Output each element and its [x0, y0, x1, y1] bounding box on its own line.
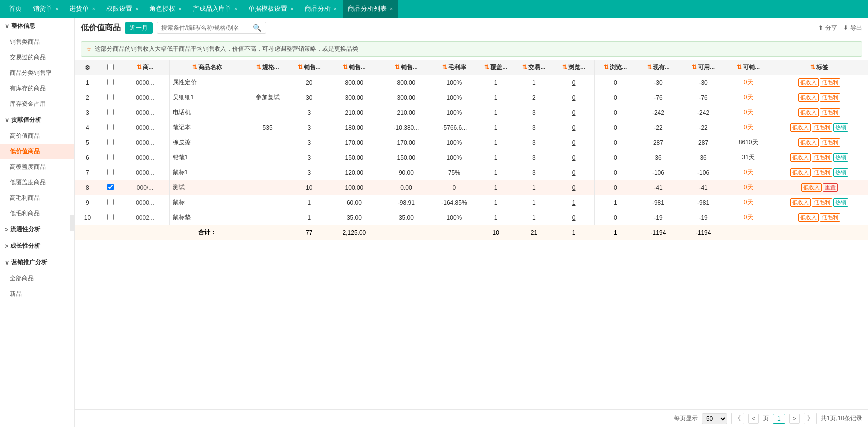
nav-item-销货单[interactable]: 销货单×	[28, 0, 63, 18]
nav-item-权限设置[interactable]: 权限设置×	[101, 0, 143, 18]
sidebar-item-商品分类销售率[interactable]: 商品分类销售率	[0, 65, 74, 81]
row-browse1[interactable]: 0	[553, 105, 595, 120]
row-select[interactable]	[107, 139, 114, 145]
sidebar-group-贡献值分析[interactable]: ∨贡献值分析	[0, 112, 74, 128]
search-icon[interactable]: 🔍	[253, 24, 261, 32]
row-checkbox[interactable]	[100, 195, 121, 210]
close-icon[interactable]: ×	[178, 6, 181, 12]
row-browse1[interactable]: 0	[553, 120, 595, 135]
row-select[interactable]	[107, 79, 114, 85]
sort-icon[interactable]: ⇅	[192, 64, 197, 71]
nav-item-产成品入库单[interactable]: 产成品入库单×	[188, 0, 242, 18]
sidebar-item-高覆盖度商品[interactable]: 高覆盖度商品	[0, 159, 74, 175]
close-icon[interactable]: ×	[92, 6, 95, 12]
row-browse1[interactable]: 0	[553, 75, 595, 90]
sidebar-group-营销推广分析[interactable]: ∨营销推广分析	[0, 254, 74, 271]
row-select[interactable]	[107, 169, 114, 175]
sort-icon[interactable]: ⇅	[692, 64, 697, 71]
col-header-gear[interactable]: ⚙	[75, 60, 100, 75]
row-checkbox[interactable]	[100, 210, 121, 225]
browse1-link[interactable]: 0	[572, 79, 576, 86]
sort-icon[interactable]: ⇅	[298, 64, 303, 71]
sort-icon[interactable]: ⇅	[737, 64, 742, 71]
row-checkbox[interactable]	[100, 180, 121, 195]
sidebar-item-库存资金占用[interactable]: 库存资金占用	[0, 96, 74, 112]
close-icon[interactable]: ×	[55, 6, 58, 12]
row-checkbox[interactable]	[100, 135, 121, 150]
sidebar-item-新品[interactable]: 新品	[0, 286, 74, 302]
nav-item-商品分析[interactable]: 商品分析×	[300, 0, 342, 18]
collapse-btn[interactable]: 《	[70, 215, 75, 231]
row-select[interactable]	[107, 109, 114, 115]
nav-item-商品分析列表[interactable]: 商品分析列表×	[343, 0, 398, 18]
browse1-link[interactable]: 0	[572, 214, 576, 221]
select-all-checkbox[interactable]	[107, 64, 114, 70]
row-checkbox[interactable]	[100, 90, 121, 105]
sidebar-item-低覆盖度商品[interactable]: 低覆盖度商品	[0, 175, 74, 190]
row-browse1[interactable]: 0	[553, 180, 595, 195]
sort-icon[interactable]: ⇅	[343, 64, 348, 71]
sort-icon[interactable]: ⇅	[810, 64, 815, 71]
row-select[interactable]	[107, 94, 114, 100]
sidebar-item-高毛利商品[interactable]: 高毛利商品	[0, 190, 74, 206]
sort-icon[interactable]: ⇅	[604, 64, 609, 71]
row-select[interactable]	[107, 214, 114, 220]
sort-icon[interactable]: ⇅	[256, 64, 261, 71]
row-browse1[interactable]: 0	[553, 135, 595, 150]
row-checkbox[interactable]	[100, 150, 121, 165]
row-checkbox[interactable]	[100, 165, 121, 180]
nav-item-单据模板设置[interactable]: 单据模板设置×	[243, 0, 298, 18]
browse1-link[interactable]: 0	[572, 139, 576, 146]
browse1-link[interactable]: 0	[572, 169, 576, 176]
sidebar-group-整体信息[interactable]: ∨整体信息	[0, 18, 74, 34]
row-browse1[interactable]: 1	[553, 195, 595, 210]
row-select[interactable]	[107, 199, 114, 205]
row-checkbox[interactable]	[100, 105, 121, 120]
browse1-link[interactable]: 0	[572, 94, 576, 101]
close-icon[interactable]: ×	[390, 6, 393, 12]
row-select[interactable]	[107, 154, 114, 160]
sidebar-item-销售类商品[interactable]: 销售类商品	[0, 34, 74, 50]
row-browse1[interactable]: 0	[553, 165, 595, 180]
gear-icon[interactable]: ⚙	[85, 64, 90, 71]
sidebar-item-低毛利商品[interactable]: 低毛利商品	[0, 206, 74, 221]
row-browse1[interactable]: 0	[553, 210, 595, 225]
nav-item-进货单[interactable]: 进货单×	[64, 0, 100, 18]
close-icon[interactable]: ×	[135, 6, 138, 12]
search-input[interactable]	[161, 24, 251, 31]
close-icon[interactable]: ×	[334, 6, 337, 12]
browse1-link[interactable]: 0	[572, 109, 576, 116]
row-browse1[interactable]: 0	[553, 150, 595, 165]
row-checkbox[interactable]	[100, 120, 121, 135]
sort-icon[interactable]: ⇅	[442, 64, 447, 71]
first-page-btn[interactable]: 《	[731, 413, 744, 424]
sidebar-group-流通性分析[interactable]: >流通性分析	[0, 221, 74, 238]
sort-icon[interactable]: ⇅	[395, 64, 400, 71]
sort-icon[interactable]: ⇅	[647, 64, 652, 71]
last-page-btn[interactable]: 》	[804, 413, 817, 424]
export-btn[interactable]: ⬇ 导出	[843, 24, 862, 32]
sidebar-item-低价值商品[interactable]: 低价值商品	[0, 144, 74, 159]
row-select[interactable]	[107, 184, 114, 190]
sidebar-group-成长性分析[interactable]: >成长性分析	[0, 238, 74, 254]
sidebar-item-高价值商品[interactable]: 高价值商品	[0, 128, 74, 144]
sort-icon[interactable]: ⇅	[562, 64, 567, 71]
close-icon[interactable]: ×	[290, 6, 293, 12]
row-browse1[interactable]: 0	[553, 90, 595, 105]
sidebar-item-全部商品[interactable]: 全部商品	[0, 271, 74, 286]
sort-icon[interactable]: ⇅	[484, 64, 489, 71]
page-size-select[interactable]: 50 100 200	[702, 413, 727, 424]
sort-icon[interactable]: ⇅	[137, 64, 142, 71]
col-header-checkbox[interactable]	[100, 60, 121, 75]
prev-page-btn[interactable]: <	[748, 414, 759, 424]
nav-item-首页[interactable]: 首页	[4, 0, 27, 18]
next-page-btn[interactable]: >	[789, 414, 800, 424]
nav-item-角色授权[interactable]: 角色授权×	[144, 0, 186, 18]
close-icon[interactable]: ×	[234, 6, 237, 12]
row-select[interactable]	[107, 124, 114, 130]
share-btn[interactable]: ⬆ 分享	[818, 24, 837, 32]
period-btn[interactable]: 近一月	[125, 22, 153, 34]
browse1-link[interactable]: 1	[572, 199, 576, 206]
browse1-link[interactable]: 0	[572, 124, 576, 131]
row-checkbox[interactable]	[100, 75, 121, 90]
